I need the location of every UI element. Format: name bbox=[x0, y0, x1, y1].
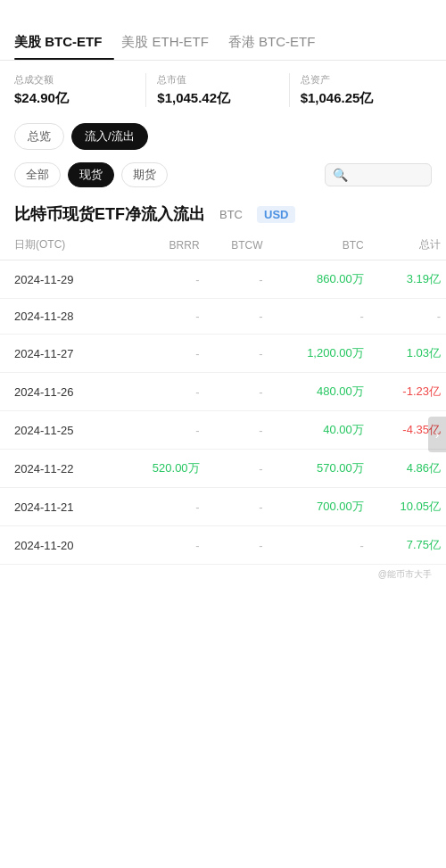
search-box[interactable]: 🔍 bbox=[325, 163, 432, 186]
cell-date: 2024-11-27 bbox=[0, 335, 119, 373]
filter-overview-btn[interactable]: 总览 bbox=[14, 123, 64, 150]
filter-futures-btn[interactable]: 期货 bbox=[121, 162, 168, 187]
cell-total: 3.19亿 bbox=[369, 260, 446, 299]
cell-btcw: - bbox=[205, 299, 268, 335]
cell-date: 2024-11-28 bbox=[0, 299, 119, 335]
cell-date: 2024-11-20 bbox=[0, 526, 119, 565]
col-btcw: BTCW bbox=[205, 230, 268, 260]
cell-btc: 480.00万 bbox=[268, 373, 368, 411]
watermark: @能币市大手 bbox=[0, 565, 446, 588]
stat-assets-label: 总资产 bbox=[301, 73, 421, 87]
table-header-row: 日期(OTC) BRRR BTCW BTC 总计 bbox=[0, 230, 446, 260]
cell-btcw: - bbox=[205, 450, 268, 488]
cell-btc: 40.00万 bbox=[268, 411, 368, 450]
cell-date: 2024-11-29 bbox=[0, 260, 119, 299]
cell-brrr: - bbox=[119, 526, 205, 565]
cell-date: 2024-11-21 bbox=[0, 488, 119, 526]
col-date: 日期(OTC) bbox=[0, 230, 119, 260]
cell-btc: 860.00万 bbox=[268, 260, 368, 299]
table-row: 2024-11-28 - - - - bbox=[0, 299, 446, 335]
table-row: 2024-11-25 - - 40.00万 -4.35亿 bbox=[0, 411, 446, 450]
col-total: 总计 bbox=[369, 230, 446, 260]
currency-usd-btn[interactable]: USD bbox=[257, 206, 295, 223]
stat-market-cap-value: $1,045.42亿 bbox=[157, 90, 277, 107]
section-title-text: 比特币现货ETF净流入流出 bbox=[14, 203, 205, 225]
cell-btcw: - bbox=[205, 373, 268, 411]
cell-date: 2024-11-26 bbox=[0, 373, 119, 411]
cell-brrr: 520.00万 bbox=[119, 450, 205, 488]
cell-brrr: - bbox=[119, 299, 205, 335]
right-arrow-icon[interactable]: › bbox=[428, 417, 446, 452]
cell-btcw: - bbox=[205, 411, 268, 450]
cell-total: 1.03亿 bbox=[369, 335, 446, 373]
tab-btc-etf[interactable]: 美股 BTC-ETF bbox=[14, 25, 114, 60]
cell-btc: - bbox=[268, 299, 368, 335]
col-btc: BTC bbox=[268, 230, 368, 260]
filter-inout-btn[interactable]: 流入/流出 bbox=[71, 123, 148, 150]
tab-hk-btc-etf[interactable]: 香港 BTC-ETF bbox=[228, 25, 328, 60]
cell-btcw: - bbox=[205, 335, 268, 373]
filter-spot-btn[interactable]: 现货 bbox=[68, 162, 114, 187]
cell-total: 10.05亿 bbox=[369, 488, 446, 526]
cell-btcw: - bbox=[205, 260, 268, 299]
etf-table: 日期(OTC) BRRR BTCW BTC 总计 2024-11-29 - - … bbox=[0, 230, 446, 565]
cell-total: 4.86亿 bbox=[369, 450, 446, 488]
cell-btcw: - bbox=[205, 488, 268, 526]
cell-total: 7.75亿 bbox=[369, 526, 446, 565]
stat-volume-value: $24.90亿 bbox=[14, 90, 135, 107]
cell-brrr: - bbox=[119, 260, 205, 299]
section-header: 比特币现货ETF净流入流出 BTC USD bbox=[0, 193, 446, 230]
table-row: 2024-11-21 - - 700.00万 10.05亿 bbox=[0, 488, 446, 526]
main-tabs: 美股 BTC-ETF 美股 ETH-ETF 香港 BTC-ETF bbox=[0, 25, 446, 61]
search-icon: 🔍 bbox=[333, 168, 348, 182]
cell-brrr: - bbox=[119, 373, 205, 411]
cell-brrr: - bbox=[119, 411, 205, 450]
table-row: 2024-11-22 520.00万 - 570.00万 4.86亿 bbox=[0, 450, 446, 488]
stats-row: 总成交额 $24.90亿 总市值 $1,045.42亿 总资产 $1,046.2… bbox=[0, 61, 446, 116]
table-row: 2024-11-26 - - 480.00万 -1.23亿 bbox=[0, 373, 446, 411]
cell-btcw: - bbox=[205, 526, 268, 565]
stat-volume: 总成交额 $24.90亿 bbox=[14, 73, 146, 107]
cell-btc: 1,200.00万 bbox=[268, 335, 368, 373]
data-table-container: 日期(OTC) BRRR BTCW BTC 总计 2024-11-29 - - … bbox=[0, 230, 446, 565]
app-header bbox=[0, 0, 446, 25]
cell-btc: - bbox=[268, 526, 368, 565]
table-row: 2024-11-29 - - 860.00万 3.19亿 bbox=[0, 260, 446, 299]
stat-market-cap-label: 总市值 bbox=[157, 73, 277, 87]
cell-total: - bbox=[369, 299, 446, 335]
col-brrr: BRRR bbox=[119, 230, 205, 260]
tab-eth-etf[interactable]: 美股 ETH-ETF bbox=[121, 25, 221, 60]
cell-date: 2024-11-25 bbox=[0, 411, 119, 450]
cell-total: -1.23亿 bbox=[369, 373, 446, 411]
cell-brrr: - bbox=[119, 335, 205, 373]
stat-assets: 总资产 $1,046.25亿 bbox=[290, 73, 432, 107]
cell-btc: 570.00万 bbox=[268, 450, 368, 488]
filter-all-btn[interactable]: 全部 bbox=[14, 162, 61, 187]
cell-date: 2024-11-22 bbox=[0, 450, 119, 488]
stat-market-cap: 总市值 $1,045.42亿 bbox=[146, 73, 289, 107]
currency-btc-btn[interactable]: BTC bbox=[212, 206, 250, 223]
stat-volume-label: 总成交额 bbox=[14, 73, 135, 87]
cell-brrr: - bbox=[119, 488, 205, 526]
table-row: 2024-11-20 - - - 7.75亿 bbox=[0, 526, 446, 565]
filter-row-2: 全部 现货 期货 🔍 bbox=[0, 157, 446, 193]
filter-row-1: 总览 流入/流出 bbox=[0, 116, 446, 157]
cell-btc: 700.00万 bbox=[268, 488, 368, 526]
stat-assets-value: $1,046.25亿 bbox=[301, 90, 421, 107]
table-row: 2024-11-27 - - 1,200.00万 1.03亿 bbox=[0, 335, 446, 373]
